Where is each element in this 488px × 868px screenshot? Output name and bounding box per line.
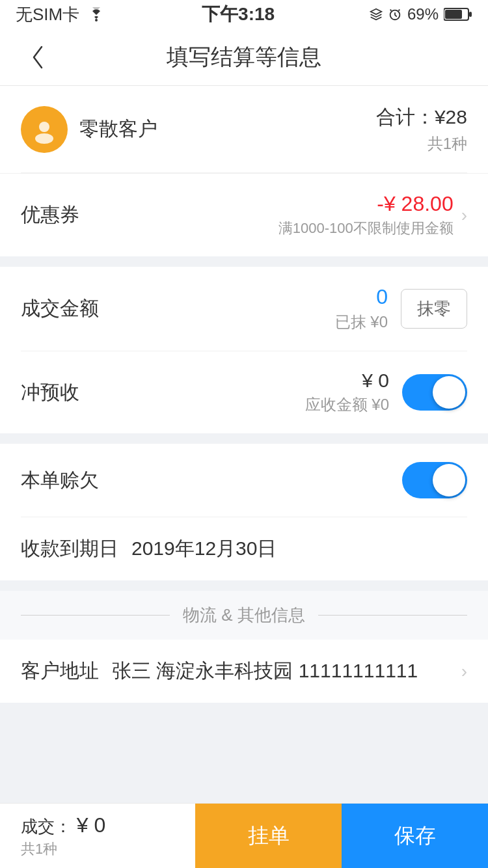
logistics-header: 物流 & 其他信息	[0, 591, 488, 640]
bottom-deal-value: ¥ 0	[77, 813, 105, 837]
logistics-section: 物流 & 其他信息	[0, 591, 488, 640]
svg-point-5	[39, 122, 49, 132]
toggle-thumb	[433, 376, 465, 409]
location-icon	[370, 8, 383, 21]
logistics-line-right	[318, 615, 467, 616]
back-button[interactable]	[18, 38, 57, 77]
coupon-discount: -¥ 28.00	[278, 192, 454, 216]
coupon-right: -¥ 28.00 满1000-100不限制使用金额 ›	[278, 192, 467, 238]
svg-point-0	[95, 19, 98, 21]
credit-label: 本单赊欠	[21, 467, 99, 494]
battery-icon	[444, 7, 472, 21]
prepay-amount-area: ¥ 0 应收金额 ¥0	[305, 370, 389, 415]
coupon-label: 优惠券	[21, 202, 79, 228]
save-label: 保存	[394, 822, 436, 850]
wifi-icon	[86, 7, 107, 21]
address-value: 张三 海淀永丰科技园 11111111111	[112, 658, 461, 685]
transaction-label: 成交金额	[21, 295, 99, 322]
bottom-deal-info: 成交： ¥ 0 共1种	[0, 813, 195, 859]
transaction-row: 成交金额 0 已抹 ¥0 抹零	[0, 267, 488, 351]
address-card: 客户地址 张三 海淀永丰科技园 11111111111 ›	[0, 640, 488, 703]
customer-total: 合计：¥28 共1种	[376, 104, 467, 154]
credit-toggle[interactable]	[402, 462, 467, 498]
round-zero-button[interactable]: 抹零	[401, 289, 467, 329]
svg-point-6	[35, 133, 53, 144]
logistics-line-left	[21, 615, 170, 616]
transaction-sub: 已抹 ¥0	[335, 312, 388, 332]
coupon-info: -¥ 28.00 满1000-100不限制使用金额	[278, 192, 454, 238]
prepay-right: ¥ 0 应收金额 ¥0	[305, 370, 467, 415]
customer-info: 零散客户	[21, 106, 157, 153]
customer-card: 零散客户 合计：¥28 共1种 优惠券 -¥ 28.00 满1000-100不限…	[0, 86, 488, 256]
duedate-value: 2019年12月30日	[131, 536, 277, 562]
logistics-title: 物流 & 其他信息	[183, 604, 305, 627]
status-left: 无SIM卡	[16, 3, 107, 26]
battery-percent: 69%	[407, 5, 439, 23]
sim-label: 无SIM卡	[16, 3, 79, 26]
prepay-label: 冲预收	[21, 379, 79, 406]
customer-avatar	[21, 106, 68, 153]
bottom-deal-row: 成交： ¥ 0	[21, 813, 174, 838]
bottom-deal-label: 成交：	[21, 817, 72, 836]
hold-order-button[interactable]: 挂单	[195, 804, 342, 869]
status-right: 69%	[370, 5, 472, 23]
svg-rect-4	[469, 12, 472, 17]
bottom-bar: 成交： ¥ 0 共1种 挂单 保存	[0, 803, 488, 868]
customer-name: 零散客户	[79, 116, 157, 142]
prepay-row: 冲预收 ¥ 0 应收金额 ¥0	[0, 351, 488, 433]
customer-row: 零散客户 合计：¥28 共1种	[0, 86, 488, 172]
transaction-amount[interactable]: 0	[335, 285, 388, 309]
total-amount: 合计：¥28	[376, 104, 467, 131]
address-row[interactable]: 客户地址 张三 海淀永丰科技园 11111111111 ›	[0, 640, 488, 703]
nav-bar: 填写结算等信息	[0, 29, 488, 86]
coupon-row[interactable]: 优惠券 -¥ 28.00 满1000-100不限制使用金额 ›	[0, 173, 488, 256]
credit-toggle-thumb	[433, 464, 465, 496]
status-bar: 无SIM卡 下午3:18 69%	[0, 0, 488, 29]
duedate-label: 收款到期日	[21, 536, 118, 562]
prepay-sub: 应收金额 ¥0	[305, 394, 389, 415]
bottom-deal-count: 共1种	[21, 839, 174, 859]
save-button[interactable]: 保存	[342, 804, 488, 869]
transaction-right: 0 已抹 ¥0 抹零	[335, 285, 467, 332]
transaction-card: 成交金额 0 已抹 ¥0 抹零 冲预收 ¥ 0 应收金额 ¥0	[0, 267, 488, 433]
prepay-toggle[interactable]	[402, 374, 467, 411]
address-label: 客户地址	[21, 658, 99, 685]
coupon-chevron-icon: ›	[461, 205, 467, 226]
credit-row: 本单赊欠	[0, 444, 488, 517]
transaction-amount-area: 0 已抹 ¥0	[335, 285, 388, 332]
credit-card: 本单赊欠 收款到期日 2019年12月30日	[0, 444, 488, 580]
hold-order-label: 挂单	[248, 822, 290, 850]
page-title: 填写结算等信息	[167, 42, 321, 72]
alarm-icon	[388, 7, 402, 21]
total-count: 共1种	[376, 133, 467, 154]
coupon-desc: 满1000-100不限制使用金额	[278, 219, 454, 238]
svg-rect-3	[445, 10, 462, 19]
address-chevron-icon: ›	[461, 661, 467, 682]
prepay-amount: ¥ 0	[305, 370, 389, 392]
duedate-row[interactable]: 收款到期日 2019年12月30日	[0, 517, 488, 580]
status-time: 下午3:18	[202, 2, 275, 27]
